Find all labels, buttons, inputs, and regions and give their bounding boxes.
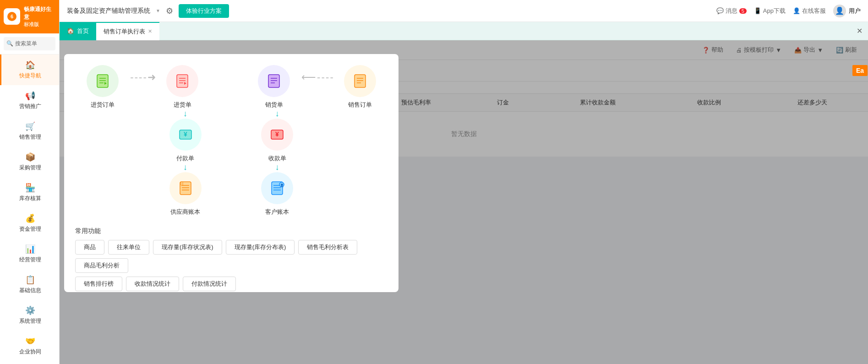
flow-diagram: 进货订单 - - - - ➜ [75, 65, 388, 216]
app-download-action[interactable]: 📱 App下载 [754, 7, 786, 15]
flow-node-purchase-order[interactable]: 进货订单 [75, 65, 130, 109]
home-icon: 🏠 [67, 27, 74, 34]
flow-node-purchase-bill[interactable]: 进货单 [155, 65, 210, 109]
sidebar-item-finance[interactable]: 💰 资金管理 [0, 208, 59, 239]
purchase-order-label: 进货订单 [91, 101, 115, 109]
quick-nav-modal: 进货订单 - - - - ➜ [64, 54, 399, 292]
sales-icon: 🛒 [25, 121, 35, 131]
flow-node-sales-order[interactable]: 销售订单 [333, 65, 388, 109]
flow-node-payment[interactable]: ¥ 付款单 [158, 119, 213, 163]
search-icon: 🔍 [6, 40, 13, 47]
logo-icon: 6 [4, 8, 20, 25]
content-area: ❓ 帮助 🖨 按模板打印 ▼ 📤 导出 ▼ 🔄 刷新 [60, 40, 868, 364]
v-arrow-payment: ↓ [158, 163, 213, 172]
message-label: 消息 [726, 7, 737, 15]
func-btn-stock-status[interactable]: 现存量(库存状况表) [153, 240, 222, 255]
inventory-icon: 🏪 [25, 183, 35, 193]
svg-rect-10 [268, 75, 279, 87]
app-download-icon: 📱 [754, 7, 761, 14]
search-menu-label: 搜索菜单 [15, 40, 37, 48]
tab-sales-label: 销售订单执行表 [104, 27, 145, 36]
topbar-actions: 💬 消息 5 📱 App下载 👤 在线客服 👤 用户 [716, 5, 861, 17]
v-arrow-sales-bill: ↓ [250, 109, 305, 119]
sidebar-nav: 🏠 快捷导航 📢 营销推广 🛒 销售管理 📦 采购管理 🏪 库存核算 💰 [0, 54, 59, 364]
settings-gear-icon[interactable]: ⚙ [166, 6, 173, 16]
purchase-bill-label: 进货单 [174, 101, 191, 109]
func-btn-goods[interactable]: 商品 [75, 240, 104, 255]
system-icon: ⚙️ [25, 305, 35, 315]
svg-rect-6 [177, 75, 188, 87]
v-arrow-receipt: ↓ [250, 163, 305, 172]
search-menu-button[interactable]: 🔍 搜索菜单 [4, 37, 55, 50]
func-btn-payment-stat[interactable]: 付款情况统计 [183, 277, 236, 291]
sidebar-item-purchase[interactable]: 📦 采购管理 [0, 147, 59, 177]
purchase-icon: 📦 [25, 152, 35, 162]
basic-icon: 📋 [25, 275, 35, 285]
func-btn-sales-rank[interactable]: 销售排行榜 [75, 277, 122, 291]
try-industry-button[interactable]: 体验行业方案 [179, 4, 229, 18]
sales-bill-icon [258, 65, 290, 97]
message-icon: 💬 [716, 7, 724, 14]
logo-text: 畅康通好生意 [24, 5, 55, 21]
svg-text:¥: ¥ [275, 130, 279, 138]
topbar: 装备及固定资产辅助管理系统 ▼ ⚙ 体验行业方案 💬 消息 5 📱 App下载 … [60, 0, 868, 22]
online-service-action[interactable]: 👤 在线客服 [793, 7, 826, 15]
online-service-label: 在线客服 [802, 7, 826, 15]
flow-row-2: ¥ 付款单 ¥ [75, 119, 388, 163]
main-area: 装备及固定资产辅助管理系统 ▼ ⚙ 体验行业方案 💬 消息 5 📱 App下载 … [60, 0, 868, 364]
quick-nav-icon: 🏠 [25, 60, 35, 70]
service-icon: 👤 [793, 7, 800, 14]
sidebar-item-enterprise[interactable]: 🤝 企业协同 [0, 331, 59, 361]
supplier-ledger-label: 供应商账本 [170, 208, 200, 216]
ea-badge: Ea [852, 65, 868, 76]
sidebar-item-operation[interactable]: 📊 经营管理 [0, 239, 59, 269]
arrow-purchase-order-to-bill: - - - - ➜ [130, 71, 155, 103]
sidebar: 6 畅康通好生意 标准版 🔍 搜索菜单 🏠 快捷导航 📢 营销推广 � [0, 0, 60, 364]
customer-ledger-label: 客户账本 [265, 208, 289, 216]
sidebar-item-basic[interactable]: 📋 基础信息 [0, 269, 59, 300]
tab-sales-order-exec[interactable]: 销售订单执行表 ✕ [96, 22, 159, 40]
svg-text:¥: ¥ [184, 130, 187, 138]
flow-row-arrows-2: ↓ ↓ [75, 163, 388, 172]
message-action[interactable]: 💬 消息 5 [716, 7, 747, 15]
func-btn-sales-profit[interactable]: 销售毛利分析表 [298, 240, 357, 255]
sidebar-item-marketing[interactable]: 📢 营销推广 [0, 85, 59, 116]
svg-text:6: 6 [11, 14, 13, 19]
func-btn-stock-dist[interactable]: 现存量(库存分布表) [226, 240, 295, 255]
tab-bar-close-button[interactable]: ✕ [857, 27, 863, 35]
topbar-dropdown-arrow: ▼ [156, 8, 160, 13]
app-download-label: App下载 [763, 7, 786, 15]
enterprise-icon: 🤝 [25, 336, 35, 346]
sidebar-item-finance-label: 资金管理 [19, 225, 41, 233]
message-badge: 5 [739, 8, 747, 14]
modal-overlay[interactable]: 进货订单 - - - - ➜ [60, 40, 868, 364]
flow-node-sales-bill[interactable]: 销货单 [246, 65, 301, 109]
sidebar-item-marketing-label: 营销推广 [19, 103, 41, 110]
purchase-bill-icon [166, 65, 198, 97]
sidebar-logo: 6 畅康通好生意 标准版 [0, 0, 59, 33]
sidebar-item-operation-label: 经营管理 [19, 256, 41, 264]
func-btn-receipt-stat[interactable]: 收款情况统计 [126, 277, 179, 291]
common-functions-section: 常用功能 商品 往来单位 现存量(库存状况表) 现存量(库存分布表) 销售毛利分… [75, 227, 388, 291]
flow-node-customer-ledger[interactable]: 👤 客户账本 [250, 172, 305, 216]
tab-home[interactable]: 🏠 首页 [60, 22, 96, 40]
sales-order-icon [344, 65, 376, 97]
sidebar-item-inventory[interactable]: 🏪 库存核算 [0, 177, 59, 208]
sidebar-item-sales[interactable]: 🛒 销售管理 [0, 116, 59, 147]
func-btn-partner[interactable]: 往来单位 [108, 240, 149, 255]
svg-rect-26 [181, 182, 183, 185]
v-arrow-purchase-bill: ↓ [158, 109, 213, 119]
sidebar-item-system[interactable]: ⚙️ 系统管理 [0, 300, 59, 331]
flow-node-supplier-ledger[interactable]: 供应商账本 [158, 172, 213, 216]
sidebar-item-newuser[interactable]: 🎯 新手引导 [0, 361, 59, 364]
user-area[interactable]: 👤 用户 [833, 5, 861, 17]
flow-node-receipt[interactable]: ¥ 收款单 [250, 119, 305, 163]
func-btn-goods-profit[interactable]: 商品毛利分析 [75, 258, 128, 273]
sidebar-item-quick[interactable]: 🏠 快捷导航 [0, 54, 59, 85]
operation-icon: 📊 [25, 244, 35, 254]
tab-close-button[interactable]: ✕ [148, 28, 152, 34]
sidebar-item-system-label: 系统管理 [19, 317, 41, 325]
supplier-ledger-icon [169, 172, 202, 204]
sidebar-item-sales-label: 销售管理 [19, 133, 41, 141]
receipt-icon: ¥ [261, 119, 293, 151]
